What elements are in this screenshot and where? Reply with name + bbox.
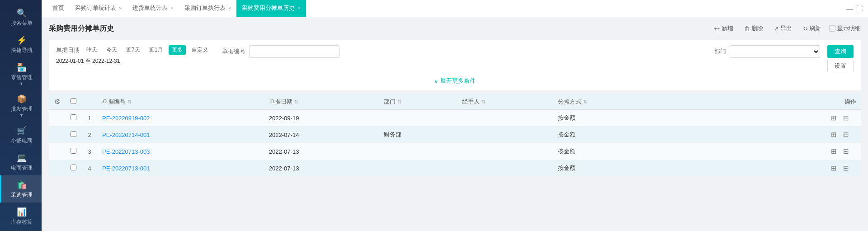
expand-filter-btn[interactable]: ∨ 展开更多条件 [56,75,854,87]
td-checkbox-1 [65,127,81,143]
td-doc-no-2: PE-20220713-003 [98,143,264,160]
doc-number-input[interactable] [249,45,340,58]
sidebar-item-ecommerce[interactable]: 💻 电商管理 [0,148,42,175]
tab-close-purchase-order-stats[interactable]: × [119,5,122,11]
inventory-icon: 📊 [17,207,27,217]
td-handler-2 [458,143,553,160]
more-icon-0[interactable]: ⊟ [841,113,851,123]
page-title: 采购费用分摊单历史 [49,24,114,33]
td-split-method-1: 按金额 [553,127,825,143]
delete-button[interactable]: 🗑 删除 [741,23,766,34]
sidebar-label-ecommerce-small: 小畅电商 [11,137,33,145]
td-settings-2 [49,143,65,160]
td-doc-date-3: 2022-07-13 [264,160,379,177]
table-row: 2 PE-20220714-001 2022-07-14 财务部 按金额 ⊞ ⊟ [49,127,861,143]
td-checkbox-3 [65,160,81,177]
td-doc-date-2: 2022-07-13 [264,143,379,160]
view-icon-2[interactable]: ⊞ [829,146,839,156]
tab-close-purchase-cost-history[interactable]: × [297,5,300,11]
select-all-checkbox[interactable] [71,98,76,104]
sidebar-label-retail: 零售管理 [11,74,33,81]
td-actions-2: ⊞ ⊟ [825,143,861,160]
tab-inbound-stats[interactable]: 进货单统计表 × [127,0,179,17]
refresh-button[interactable]: ↻ 刷新 [800,23,824,34]
sort-split-method-icon[interactable]: ⇅ [583,99,587,105]
tab-purchase-cost-history[interactable]: 采购费用分摊单历史 × [236,0,306,17]
doc-no-link-2[interactable]: PE-20220713-003 [102,148,150,155]
filter-date-section: 单据日期 昨天 今天 近7天 近1月 更多 自定义 2022-01-01 至 2… [56,45,211,65]
more-icon-1[interactable]: ⊟ [841,130,851,140]
row-checkbox-1[interactable] [71,131,76,137]
search-icon: 🔍 [17,8,27,18]
row-checkbox-2[interactable] [71,148,76,154]
sort-doc-no-icon[interactable]: ⇅ [127,99,132,105]
view-icon-1[interactable]: ⊞ [829,130,839,140]
col-settings-icon[interactable]: ⚙ [54,98,60,105]
td-checkbox-0 [65,110,81,127]
date-btn-more[interactable]: 更多 [169,45,186,55]
page-header: 采购费用分摊单历史 + + 新增 🗑 删除 ↗ 导出 ↻ 刷新 [49,23,861,34]
more-icon-3[interactable]: ⊟ [841,163,851,173]
doc-no-link-3[interactable]: PE-20220713-001 [102,165,150,172]
th-settings: ⚙ [49,94,65,110]
data-table-wrap: ⚙ 单据编号 ⇅ [49,94,861,177]
fullscreen-btn[interactable]: ⛶ [856,5,863,12]
ecommerce-icon: 💻 [17,153,27,163]
export-button[interactable]: ↗ 导出 [771,23,795,34]
tab-home[interactable]: 首页 [47,0,70,17]
query-button[interactable]: 查询 [827,45,854,58]
tab-close-purchase-order-exec[interactable]: × [228,5,231,11]
td-dept-3 [379,160,458,177]
sidebar-item-retail[interactable]: 🏪 零售管理 ▼ [0,58,42,90]
doc-no-link-1[interactable]: PE-20220714-001 [102,132,150,138]
filter-row-main: 单据日期 昨天 今天 近7天 近1月 更多 自定义 2022-01-01 至 2… [56,45,854,72]
settings-button[interactable]: 设置 [827,60,854,72]
sort-handler-icon[interactable]: ⇅ [481,99,486,105]
td-num-3: 4 [81,160,98,177]
date-btn-today[interactable]: 今天 [103,45,120,55]
date-label: 单据日期 [56,46,80,54]
more-icon-2[interactable]: ⊟ [841,146,851,156]
export-icon: ↗ [774,25,779,32]
doc-no-link-0[interactable]: PE-20220919-002 [102,115,150,122]
row-checkbox-0[interactable] [71,114,76,120]
tab-purchase-order-exec[interactable]: 采购订单执行表 × [179,0,236,17]
tab-purchase-order-stats[interactable]: 采购订单统计表 × [70,0,127,17]
minimize-btn[interactable]: — [846,5,853,12]
date-btn-custom[interactable]: 自定义 [189,45,211,55]
tab-close-inbound-stats[interactable]: × [170,5,173,11]
sort-doc-date-icon[interactable]: ⇅ [294,99,298,105]
sidebar-item-wholesale[interactable]: 📦 批发管理 ▼ [0,90,42,121]
view-icon-0[interactable]: ⊞ [829,113,839,123]
row-checkbox-3[interactable] [71,165,76,170]
th-doc-no: 单据编号 ⇅ [98,94,264,110]
sidebar-item-quick[interactable]: ⚡ 快捷导航 [0,31,42,58]
dept-label: 部门 [714,47,726,56]
sidebar-label-search: 搜索菜单 [11,19,33,27]
add-button[interactable]: + + 新增 [711,23,736,34]
th-num [81,94,98,110]
date-btn-yesterday[interactable]: 昨天 [83,45,100,55]
date-btn-1month[interactable]: 近1月 [146,45,166,55]
wholesale-icon: 📦 [17,94,27,104]
sidebar-item-purchase[interactable]: 🛍️ 采购管理 [0,175,42,203]
sidebar-item-search[interactable]: 🔍 搜索菜单 [0,4,42,31]
filter-dept-section: 部门 财务部 [703,45,820,58]
view-icon-3[interactable]: ⊞ [829,163,839,173]
show-detail-toggle[interactable]: 显示明细 [829,24,861,33]
dept-select[interactable]: 财务部 [730,45,820,58]
filter-area: 单据日期 昨天 今天 近7天 近1月 更多 自定义 2022-01-01 至 2… [49,40,861,90]
content-area: 采购费用分摊单历史 + + 新增 🗑 删除 ↗ 导出 ↻ 刷新 [42,17,868,231]
sort-dept-icon[interactable]: ⇅ [397,99,401,105]
ecommerce-small-icon: 🛒 [17,126,27,136]
wholesale-arrow: ▼ [19,113,24,118]
sidebar-item-inventory[interactable]: 📊 库存核算 [0,203,42,230]
refresh-icon: ↻ [803,25,808,32]
doc-number-label: 单据编号 [222,47,245,56]
td-settings-1 [49,127,65,143]
td-split-method-0: 按金额 [553,110,825,127]
sidebar-item-ecommerce-small[interactable]: 🛒 小畅电商 [0,121,42,148]
show-detail-checkbox[interactable] [829,25,835,32]
date-btn-7days[interactable]: 近7天 [123,45,143,55]
sidebar-label-ecommerce: 电商管理 [11,164,33,172]
